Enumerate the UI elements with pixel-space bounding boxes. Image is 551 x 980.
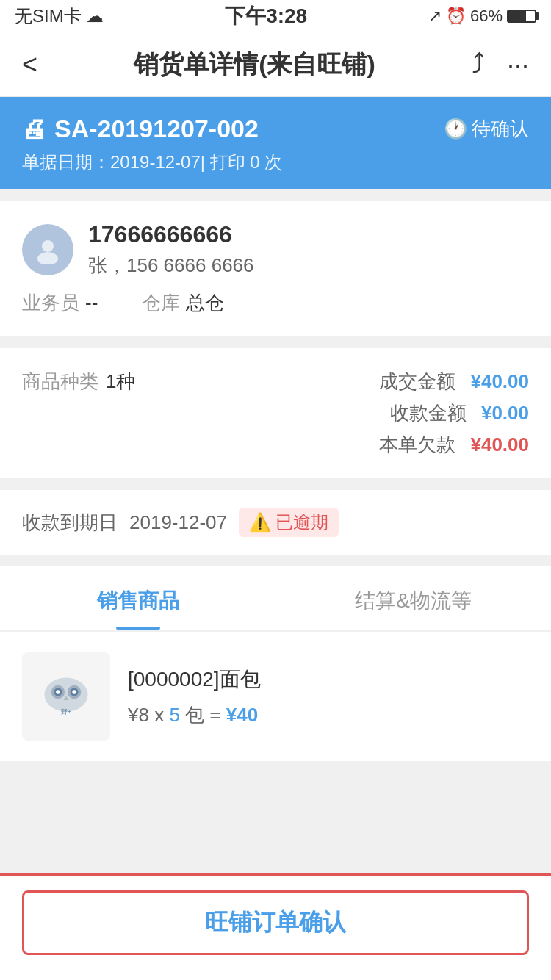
warehouse-value: 总仓	[186, 290, 224, 316]
more-button[interactable]: ···	[507, 49, 529, 80]
overdue-badge: ⚠️ 已逾期	[239, 508, 339, 537]
status-text: 待确认	[472, 116, 529, 142]
order-icon: 🖨	[22, 115, 47, 143]
trans-amount-row: 成交金额 ¥40.00	[379, 369, 529, 394]
customer-row: 17666666666 张，156 6666 6666	[22, 221, 529, 278]
status-right: ↗ ⏰ 66%	[428, 7, 536, 26]
order-id-row: 🖨 SA-20191207-002	[22, 115, 259, 143]
customer-info: 17666666666 张，156 6666 6666	[88, 221, 529, 278]
svg-point-8	[72, 690, 76, 694]
tab-settlement[interactable]: 结算&物流等	[276, 566, 551, 630]
date-label: 单据日期：	[22, 152, 110, 172]
confirm-button[interactable]: 旺铺订单确认	[22, 890, 529, 955]
tab-products[interactable]: 销售商品	[0, 566, 276, 630]
product-unit: 包	[185, 704, 204, 726]
product-type-label: 商品种类	[22, 369, 98, 394]
due-amount-row: 本单欠款 ¥40.00	[379, 432, 529, 458]
order-status: 🕐 待确认	[444, 116, 529, 142]
warehouse-item: 仓库 总仓	[142, 290, 224, 316]
order-header: 🖨 SA-20191207-002 🕐 待确认 单据日期：2019-12-07|…	[0, 97, 551, 189]
due-date-label: 收款到期日	[22, 510, 118, 536]
svg-point-2	[44, 678, 87, 712]
product-type-area: 商品种类 1种	[22, 369, 135, 394]
customer-name: 张，156 6666 6666	[88, 253, 529, 278]
svg-text:野+: 野+	[61, 708, 71, 716]
product-count: 1种	[106, 369, 135, 394]
product-name: [0000002]面包	[128, 666, 529, 693]
status-time: 下午3:28	[225, 2, 307, 30]
product-logo: 野+	[37, 674, 96, 718]
receipt-amount-value: ¥0.00	[481, 402, 529, 425]
amounts-area: 成交金额 ¥40.00 收款金额 ¥0.00 本单欠款 ¥40.00	[379, 369, 529, 458]
product-qty: 5	[169, 704, 179, 726]
bottom-bar: 旺铺订单确认	[0, 873, 551, 980]
battery-icon	[507, 10, 536, 23]
receipt-amount-row: 收款金额 ¥0.00	[390, 400, 529, 426]
order-date-row: 单据日期：2019-12-07| 打印 0 次	[22, 151, 529, 174]
overdue-icon: ⚠️	[249, 512, 271, 533]
customer-meta: 业务员 -- 仓库 总仓	[22, 290, 529, 316]
print-info: | 打印 0 次	[201, 152, 283, 172]
svg-point-1	[37, 252, 58, 264]
receipt-amount-label: 收款金额	[390, 400, 467, 426]
product-total: ¥40	[226, 704, 258, 726]
status-bar: 无SIM卡 ☁ 下午3:28 ↗ ⏰ 66%	[0, 0, 551, 32]
nav-actions: ⤴ ···	[472, 49, 529, 80]
battery-label: 66%	[470, 7, 503, 26]
sim-label: 无SIM卡 ☁	[15, 4, 104, 28]
page-title: 销货单详情(来自旺铺)	[134, 48, 375, 82]
nav-bar: < 销货单详情(来自旺铺) ⤴ ···	[0, 32, 551, 97]
trans-amount-value: ¥40.00	[470, 370, 529, 393]
due-amount-label: 本单欠款	[379, 432, 455, 458]
product-item: 野+ [0000002]面包 ¥8 x 5 包 = ¥40	[0, 632, 551, 761]
summary-row: 商品种类 1种 成交金额 ¥40.00 收款金额 ¥0.00 本单欠款 ¥40.…	[22, 369, 529, 458]
due-date-card: 收款到期日 2019-12-07 ⚠️ 已逾期	[0, 490, 551, 555]
share-button[interactable]: ⤴	[472, 49, 485, 80]
salesperson-label: 业务员	[22, 290, 79, 316]
product-thumbnail: 野+	[22, 652, 110, 741]
trans-amount-label: 成交金额	[379, 369, 455, 394]
svg-point-7	[56, 690, 60, 694]
back-button[interactable]: <	[22, 49, 37, 80]
status-left: 无SIM卡 ☁	[15, 4, 104, 28]
product-multiply: x	[154, 704, 169, 726]
customer-phone: 17666666666	[88, 221, 529, 248]
location-icon: ↗	[428, 7, 442, 26]
product-list: 野+ [0000002]面包 ¥8 x 5 包 = ¥40	[0, 632, 551, 761]
summary-card: 商品种类 1种 成交金额 ¥40.00 收款金额 ¥0.00 本单欠款 ¥40.…	[0, 348, 551, 478]
alarm-icon: ⏰	[446, 7, 466, 26]
due-amount-value: ¥40.00	[470, 433, 529, 456]
product-info: [0000002]面包 ¥8 x 5 包 = ¥40	[128, 666, 529, 728]
product-equals: =	[209, 704, 226, 726]
salesperson-value: --	[85, 292, 98, 314]
due-date-value: 2019-12-07	[129, 511, 227, 534]
product-price-row: ¥8 x 5 包 = ¥40	[128, 702, 529, 728]
product-price: ¥8	[128, 704, 149, 726]
customer-card: 17666666666 张，156 6666 6666 业务员 -- 仓库 总仓	[0, 201, 551, 336]
overdue-text: 已逾期	[276, 511, 328, 534]
status-clock-icon: 🕐	[444, 118, 467, 140]
order-id-text: SA-20191207-002	[54, 115, 259, 143]
avatar	[22, 224, 73, 275]
warehouse-label: 仓库	[142, 290, 180, 316]
salesperson-item: 业务员 --	[22, 290, 98, 316]
order-date: 2019-12-07	[110, 152, 201, 172]
tabs-bar: 销售商品 结算&物流等	[0, 566, 551, 630]
svg-point-0	[42, 240, 54, 252]
